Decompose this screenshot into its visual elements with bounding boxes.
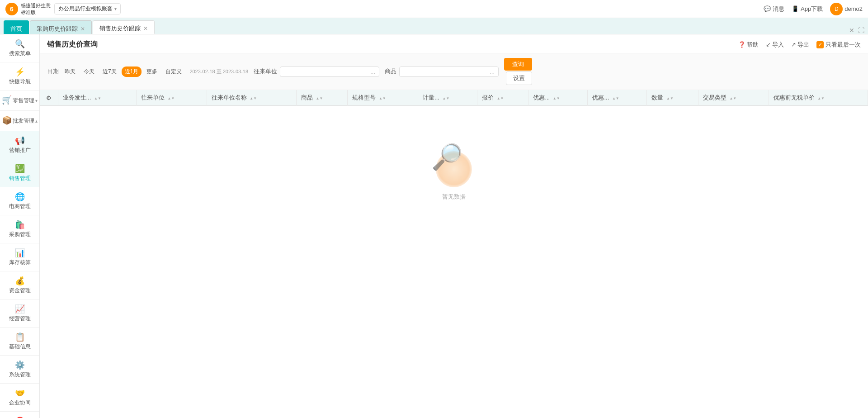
sort-icon: ▲▼ — [553, 97, 560, 100]
sidebar-item-marketing[interactable]: 📢 营销推广 — [0, 131, 39, 159]
sidebar-item-search[interactable]: 🔍 搜索菜单 — [0, 34, 39, 62]
col-pre-tax-price[interactable]: 优惠前无税单价 ▲▼ — [769, 90, 868, 106]
date-filter-group: 日期 昨天 今天 近7天 近1月 更多 自定义 2023-02-18 至 202… — [47, 66, 248, 77]
sidebar-item-purchase-mgmt[interactable]: 🛍️ 采购管理 — [0, 215, 39, 243]
col-partner-name[interactable]: 往来单位名称 ▲▼ — [207, 90, 296, 106]
sidebar-item-system[interactable]: ⚙️ 系统管理 — [0, 356, 39, 384]
sort-icon: ▲▼ — [250, 97, 257, 100]
export-button[interactable]: ↗ 导出 — [791, 41, 809, 49]
sort-icon: ▲▼ — [729, 97, 736, 100]
sidebar-item-sales-mgmt[interactable]: 💹 销售管理 — [0, 159, 39, 187]
inventory-icon: 📊 — [15, 248, 25, 258]
empty-state: 🔎 暂无数据 — [40, 106, 868, 237]
col-trade-type[interactable]: 交易类型 ▲▼ — [698, 90, 769, 106]
sort-icon: ▲▼ — [316, 97, 323, 100]
maximize-icon[interactable]: ⛶ — [858, 27, 864, 34]
settings-button[interactable]: 设置 — [506, 71, 532, 85]
col-biz-date[interactable]: 业务发生... ▲▼ — [58, 90, 136, 106]
col-discount2[interactable]: 优惠... ▲▼ — [588, 90, 647, 106]
logo-text: 畅捷通好生意 标准版 — [21, 2, 51, 15]
page-title: 销售历史价查询 — [47, 40, 98, 49]
product-filter-group: 商品 ... — [385, 66, 499, 77]
product-dots-button[interactable]: ... — [490, 68, 495, 75]
date-btn-1month[interactable]: 近1月 — [122, 66, 142, 77]
col-unit[interactable]: 计量... ▲▼ — [418, 90, 477, 106]
close-purchase-tab-icon[interactable]: ✕ — [80, 26, 85, 32]
close-sales-tab-icon[interactable]: ✕ — [143, 26, 148, 31]
col-gear[interactable]: ⚙ — [40, 90, 58, 106]
query-button[interactable]: 查询 — [504, 58, 532, 71]
main-layout: 🔍 搜索菜单 ⚡ 快捷导航 🛒 零售管理 ▾ 📦 批发管理 ▴ 📢 营销推广 💹… — [0, 34, 868, 418]
enterprise-icon: 🤝 — [15, 388, 25, 398]
date-btn-yesterday[interactable]: 昨天 — [61, 66, 79, 77]
sidebar-item-enterprise[interactable]: 🤝 企业协同 — [0, 384, 39, 412]
sidebar-item-guide[interactable]: 🎯 新手引导 — [0, 412, 39, 418]
table-header-row: ⚙ 业务发生... ▲▼ 往来单位 ▲▼ 往来单位名称 ▲▼ — [40, 90, 868, 106]
message-button[interactable]: 💬 消息 — [764, 5, 784, 13]
only-last-toggle[interactable]: ✓ 只看最后一次 — [816, 41, 861, 49]
user-menu[interactable]: D demo2 — [830, 3, 863, 15]
sidebar-item-wholesale[interactable]: 📦 批发管理 ▴ — [0, 111, 39, 131]
checkbox-checked-icon: ✓ — [816, 41, 824, 48]
table-area: ⚙ 业务发生... ▲▼ 往来单位 ▲▼ 往来单位名称 ▲▼ — [40, 90, 868, 418]
tab-bar-actions: ✕ ⛶ — [849, 27, 864, 34]
logo-icon: 6 — [5, 3, 18, 15]
page-actions: ❓ 帮助 ↙ 导入 ↗ 导出 ✓ 只看最后一次 — [738, 41, 861, 49]
product-label: 商品 — [385, 67, 396, 76]
tab-home[interactable]: 首页 — [4, 20, 29, 34]
col-qty[interactable]: 数量 ▲▼ — [647, 90, 698, 106]
date-btn-today[interactable]: 今天 — [80, 66, 98, 77]
sort-icon: ▲▼ — [497, 97, 504, 100]
partner-label: 往来单位 — [254, 67, 277, 76]
chevron-down-icon: ▾ — [114, 6, 117, 11]
date-btn-7days[interactable]: 近7天 — [99, 66, 120, 77]
col-partner-code[interactable]: 往来单位 ▲▼ — [136, 90, 207, 106]
partner-filter-group: 往来单位 ... — [254, 66, 379, 77]
product-input[interactable] — [403, 68, 490, 75]
sidebar-item-inventory[interactable]: 📊 库存核算 — [0, 243, 39, 271]
gear-icon[interactable]: ⚙ — [44, 95, 53, 101]
sidebar-item-finance[interactable]: 💰 资金管理 — [0, 271, 39, 299]
date-btn-custom[interactable]: 自定义 — [162, 66, 185, 77]
app-download-button[interactable]: 📱 App下载 — [792, 5, 823, 13]
download-icon: 📱 — [792, 5, 799, 12]
help-button[interactable]: ❓ 帮助 — [738, 41, 759, 49]
col-spec[interactable]: 规格型号 ▲▼ — [348, 90, 418, 106]
sales-mgmt-icon: 💹 — [15, 164, 25, 174]
import-button[interactable]: ↙ 导入 — [766, 41, 784, 49]
sort-icon: ▲▼ — [612, 97, 619, 100]
close-all-tabs-icon[interactable]: ✕ — [849, 27, 854, 34]
system-icon: ⚙️ — [15, 360, 25, 370]
sort-icon: ▲▼ — [94, 97, 101, 100]
page-header: 销售历史价查询 ❓ 帮助 ↙ 导入 ↗ 导出 ✓ 只看最后一次 — [40, 34, 868, 53]
chevron-down-icon: ▾ — [35, 98, 38, 103]
chevron-up-icon: ▴ — [35, 119, 38, 124]
partner-input[interactable] — [284, 68, 370, 75]
tab-sales-history[interactable]: 销售历史价跟踪 ✕ — [93, 20, 155, 34]
date-label: 日期 — [47, 67, 59, 76]
col-product[interactable]: 商品 ▲▼ — [296, 90, 347, 106]
sidebar-item-retail[interactable]: 🛒 零售管理 ▾ — [0, 90, 39, 111]
sidebar-item-operations[interactable]: 📈 经营管理 — [0, 299, 39, 328]
col-quote[interactable]: 报价 ▲▼ — [477, 90, 528, 106]
partner-dots-button[interactable]: ... — [370, 68, 375, 75]
date-buttons: 昨天 今天 近7天 近1月 更多 自定义 — [61, 66, 185, 77]
empty-text: 暂无数据 — [442, 193, 466, 201]
action-buttons: 查询 设置 — [504, 58, 532, 85]
basic-info-icon: 📋 — [15, 332, 25, 342]
date-btn-more[interactable]: 更多 — [143, 66, 160, 77]
sort-icon: ▲▼ — [817, 97, 825, 100]
sidebar: 🔍 搜索菜单 ⚡ 快捷导航 🛒 零售管理 ▾ 📦 批发管理 ▴ 📢 营销推广 💹… — [0, 34, 40, 418]
purchase-icon: 🛍️ — [15, 220, 25, 230]
retail-icon: 🛒 — [2, 95, 12, 105]
sidebar-item-shortcut[interactable]: ⚡ 快捷导航 — [0, 62, 39, 90]
company-selector[interactable]: 办公用品行业模拟账套 ▾ — [54, 3, 121, 14]
guide-icon: 🎯 — [15, 416, 25, 418]
sidebar-item-ecommerce[interactable]: 🌐 电商管理 — [0, 187, 39, 215]
tab-purchase-history[interactable]: 采购历史价跟踪 ✕ — [30, 20, 92, 34]
wholesale-icon: 📦 — [2, 115, 12, 125]
tab-bar: 首页 采购历史价跟踪 ✕ 销售历史价跟踪 ✕ ✕ ⛶ — [0, 18, 868, 34]
col-discount1[interactable]: 优惠... ▲▼ — [528, 90, 588, 106]
partner-input-wrap: ... — [280, 66, 379, 77]
sidebar-item-basic-info[interactable]: 📋 基础信息 — [0, 328, 39, 356]
